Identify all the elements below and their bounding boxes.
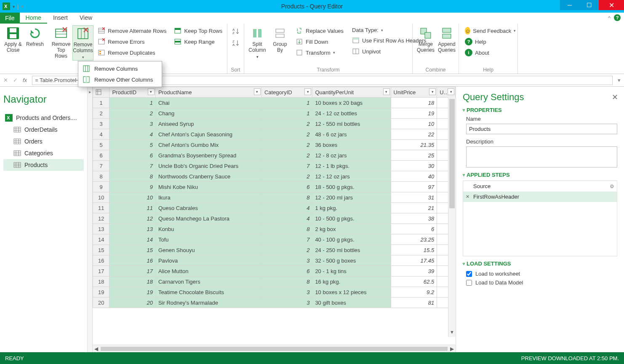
duplicates-icon [98, 49, 105, 56]
navigator-collapse-handle[interactable]: ▸ [88, 87, 93, 352]
delete-step-icon[interactable]: ✕ [466, 194, 469, 199]
qat-dropdown-icon[interactable]: ▾ [13, 4, 15, 9]
fill-icon [296, 38, 303, 45]
table-row[interactable]: 77Uncle Bob's Organic Dried Pears712 - 1… [93, 161, 456, 171]
table-row[interactable]: 1515Genen Shouyu224 - 250 ml bottles15.5 [93, 245, 456, 255]
vertical-scrollbar[interactable]: ▲ ▼ [448, 97, 456, 337]
table-row[interactable]: 1111Queso Cabrales41 kg pkg.21 [93, 203, 456, 213]
table-row[interactable]: 44Chef Anton's Cajun Seasoning248 - 6 oz… [93, 129, 456, 140]
remove-duplicates-button[interactable]: Remove Duplicates [96, 48, 168, 57]
group-by-button[interactable]: Group By [269, 25, 291, 60]
table-row[interactable]: 1616Pavlova332 - 500 g boxes17.45 [93, 255, 456, 266]
column-header-productname[interactable]: ProductName▾ [155, 87, 261, 98]
step-firstrowasheader[interactable]: ✕FirstRowAsHeader [463, 191, 617, 202]
gear-icon[interactable]: ⚙ [610, 183, 614, 189]
table-row[interactable]: 1313Konbu82 kg box6 [93, 224, 456, 234]
navigator-item-orders[interactable]: Orders [3, 136, 84, 147]
split-column-button[interactable]: Split Column▾ [247, 25, 268, 60]
menu-remove-columns[interactable]: Remove Columns [78, 63, 162, 74]
remove-alternate-rows-button[interactable]: Remove Alternate Rows [96, 26, 168, 35]
column-header-categoryid[interactable]: CategoryID▾ [261, 87, 312, 98]
remove-columns-button[interactable]: Remove Columns ▾ [72, 25, 93, 61]
table-row[interactable]: 66Grandma's Boysenberry Spread212 - 8 oz… [93, 150, 456, 161]
fx-icon[interactable]: fx [23, 77, 27, 83]
column-header-quantityperunit[interactable]: QuantityPerUnit▾ [312, 87, 391, 98]
filter-icon[interactable]: ▾ [383, 88, 390, 95]
table-row[interactable]: 11Chai110 boxes x 20 bags18 [93, 98, 456, 108]
column-header-unit[interactable]: Unit▾ [437, 87, 456, 98]
ribbon-collapse-icon[interactable]: ^ [608, 15, 611, 21]
file-tab[interactable]: File [0, 13, 20, 24]
table-row[interactable]: 1414Tofu740 - 100 g pkgs.23.25 [93, 234, 456, 245]
navigator-root[interactable]: X Products and Orders.... [3, 112, 84, 124]
remove-errors-button[interactable]: Remove Errors [96, 37, 168, 46]
filter-icon[interactable]: ▾ [448, 88, 454, 95]
formula-accept-icon[interactable]: ✓ [13, 77, 18, 83]
transform-button[interactable]: Transform ▾ [294, 48, 345, 57]
minimize-button[interactable]: ─ [560, 0, 579, 10]
load-settings-header[interactable]: ▿LOAD SETTINGS [463, 260, 617, 267]
keep-range-button[interactable]: Keep Range [172, 37, 224, 46]
table-row[interactable]: 1010Ikura812 - 200 ml jars31 [93, 192, 456, 203]
svg-rect-64 [96, 90, 101, 95]
sort-desc-button[interactable]: ZA [232, 39, 240, 47]
insert-tab[interactable]: Insert [47, 13, 74, 24]
view-tab[interactable]: View [74, 13, 98, 24]
keep-top-rows-button[interactable]: Keep Top Rows [172, 26, 224, 35]
transform-icon [296, 49, 303, 56]
table-row[interactable]: 99Mishi Kobe Niku618 - 500 g pkgs.97 [93, 182, 456, 192]
filter-icon[interactable]: ▾ [254, 88, 261, 95]
filter-icon[interactable]: ▾ [148, 88, 155, 95]
description-input[interactable] [466, 146, 617, 167]
about-button[interactable]: iAbout [463, 48, 513, 57]
filter-icon[interactable]: ▾ [304, 88, 311, 95]
replace-values-button[interactable]: 12Replace Values [294, 26, 345, 35]
step-source[interactable]: Source⚙ [463, 181, 617, 191]
apply-close-button[interactable]: Apply & Close [3, 25, 24, 61]
load-worksheet-checkbox[interactable]: Load to worksheet [463, 269, 617, 278]
close-button[interactable]: ✕ [599, 0, 624, 10]
formula-expand-icon[interactable]: ▾ [618, 77, 621, 83]
name-input[interactable] [466, 124, 617, 134]
horizontal-scrollbar[interactable]: ◀▶ [93, 345, 456, 352]
table-row[interactable]: 22Chang124 - 12 oz bottles19 [93, 108, 456, 119]
sort-asc-button[interactable]: AZ [232, 27, 240, 35]
table-row[interactable]: 2020Sir Rodney's Marmalade330 gift boxes… [93, 298, 456, 308]
table-icon [13, 150, 21, 156]
home-tab[interactable]: Home [20, 13, 47, 24]
column-header-productid[interactable]: ProductID▾ [109, 87, 156, 98]
table-row[interactable]: 55Chef Anton's Gumbo Mix236 boxes21.35 [93, 140, 456, 150]
table-row[interactable]: 1212Queso Manchego La Pastora410 - 500 g… [93, 213, 456, 224]
append-queries-button[interactable]: Append Queries [436, 25, 457, 54]
remove-top-rows-button[interactable]: Remove Top Rows [51, 25, 72, 61]
navigator-item-products[interactable]: Products [3, 159, 84, 171]
data-grid[interactable]: ProductID▾ProductName▾CategoryID▾Quantit… [93, 87, 456, 308]
table-row[interactable]: 1818Carnarvon Tigers816 kg pkg.62.5 [93, 276, 456, 287]
grid-corner[interactable] [93, 87, 109, 98]
svg-rect-17 [99, 53, 101, 54]
applied-steps-header[interactable]: ▿APPLIED STEPS [463, 172, 617, 178]
applied-steps-list[interactable]: Source⚙✕FirstRowAsHeader [463, 181, 617, 256]
refresh-button[interactable]: Refresh [24, 25, 45, 61]
fill-down-button[interactable]: Fill Down [294, 37, 345, 46]
formula-cancel-icon[interactable]: ✕ [3, 77, 8, 83]
table-row[interactable]: 1919Teatime Chocolate Biscuits310 boxes … [93, 287, 456, 298]
merge-queries-button[interactable]: Merge Queries [415, 25, 436, 54]
svg-rect-26 [253, 29, 256, 37]
filter-icon[interactable]: ▾ [429, 88, 436, 95]
table-row[interactable]: 33Aniseed Syrup212 - 550 ml bottles10 [93, 119, 456, 129]
table-row[interactable]: 88Northwoods Cranberry Sauce212 - 12 oz … [93, 171, 456, 182]
navigator-item-categories[interactable]: Categories [3, 147, 84, 159]
settings-close-icon[interactable]: ✕ [612, 93, 618, 102]
table-row[interactable]: 1717Alice Mutton620 - 1 kg tins39 [93, 266, 456, 276]
load-datamodel-checkbox[interactable]: Load to Data Model [463, 278, 617, 287]
qat-undo-icon[interactable]: ▾ [21, 4, 23, 9]
ribbon-help-icon[interactable]: ? [614, 14, 621, 21]
maximize-button[interactable]: ☐ [579, 0, 599, 10]
column-header-unitprice[interactable]: UnitPrice▾ [391, 87, 437, 98]
menu-remove-other-columns[interactable]: Remove Other Columns [78, 74, 162, 85]
navigator-item-orderdetails[interactable]: OrderDetails [3, 124, 84, 136]
send-feedback-button[interactable]: ☺Send Feedback ▾ [463, 26, 513, 35]
properties-header[interactable]: ▿PROPERTIES [463, 107, 617, 113]
help-button[interactable]: ?Help [463, 37, 513, 46]
